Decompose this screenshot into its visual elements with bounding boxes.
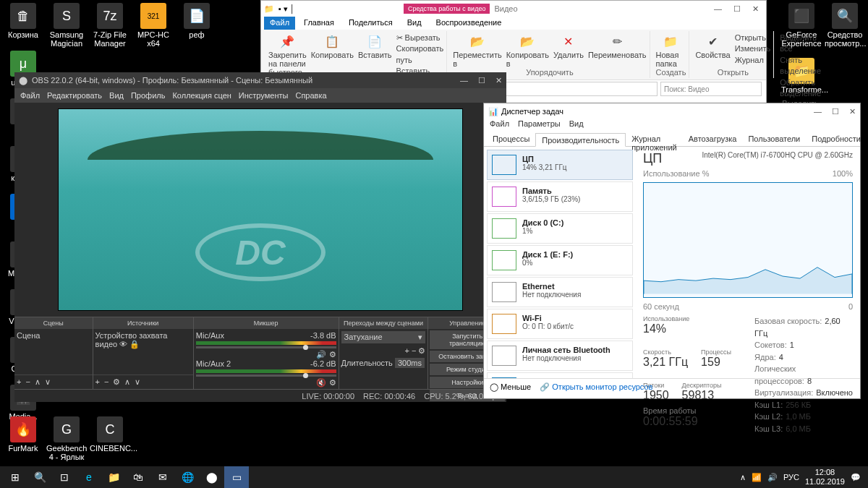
maximize-button[interactable]: ☐ — [733, 4, 741, 14]
tm-side-Личная сеть Bluetooth[interactable]: Личная сеть BluetoothНет подключения — [487, 341, 633, 371]
tab-processes[interactable]: Процессы — [487, 132, 535, 146]
tab-apphistory[interactable]: Журнал приложений — [626, 132, 683, 146]
desktop-icon-cinebench[interactable]: CCINEBENC... — [90, 416, 130, 453]
menu-view[interactable]: Вид — [569, 119, 584, 132]
add-scene-button[interactable]: + — [17, 377, 21, 387]
selectnone-button[interactable]: Снять выделение — [780, 55, 821, 77]
tab-startup[interactable]: Автозагрузка — [683, 132, 743, 146]
transition-select[interactable]: Затухание▾ — [341, 331, 426, 343]
taskbar-edge[interactable]: e — [77, 466, 101, 488]
edit-button[interactable]: Изменить — [735, 43, 771, 54]
obs-titlebar[interactable]: ⬤ OBS 22.0.2 (64-bit, windows) - Профиль… — [14, 72, 506, 88]
gear-icon[interactable]: ⚙ — [329, 378, 336, 387]
tab-share[interactable]: Поделиться — [343, 17, 399, 30]
preview-area[interactable]: DC — [58, 108, 463, 311]
gear-icon[interactable]: ⚙ — [418, 346, 425, 355]
action-center-button[interactable]: 💬 — [851, 473, 861, 482]
menu-file[interactable]: Файл — [20, 91, 40, 100]
tray-clock[interactable]: 12:08 11.02.2019 — [805, 468, 845, 487]
taskbar-explorer[interactable]: 📁 — [101, 466, 126, 488]
speaker-icon[interactable]: 🔊 — [316, 350, 326, 359]
tab-users[interactable]: Пользователи — [742, 132, 806, 146]
tray-network-icon[interactable]: 📶 — [752, 473, 762, 482]
history-button[interactable]: Журнал — [735, 55, 771, 66]
desktop-icon[interactable]: 🔍Средство просмотр... — [825, 3, 865, 48]
tm-side-Ethernet[interactable]: EthernetНет подключения — [487, 277, 633, 307]
maximize-button[interactable]: ☐ — [478, 76, 485, 85]
task-manager-window[interactable]: 📊 Диспетчер задач —☐✕ Файл Параметры Вид… — [483, 103, 861, 399]
tray-up-icon[interactable]: ∧ — [740, 473, 746, 482]
scene-item[interactable]: Сцена — [17, 331, 90, 340]
taskbar-store[interactable]: 🛍 — [126, 466, 150, 488]
tab-home[interactable]: Главная — [298, 17, 340, 30]
tab-view[interactable]: Вид — [401, 17, 427, 30]
moveto-button[interactable]: 📂Переместить в — [453, 33, 501, 68]
tm-side-Память[interactable]: Память3,6/15,9 ГБ (23%) — [487, 181, 633, 212]
taskview-button[interactable]: ⊡ — [52, 466, 77, 488]
menu-help[interactable]: Справка — [295, 91, 326, 100]
scene-up-button[interactable]: ∧ — [35, 377, 41, 387]
copypath-button[interactable]: Скопировать путь — [396, 43, 444, 66]
tm-side-Диск 1 (E: F:)[interactable]: Диск 1 (E: F:)0% — [487, 245, 633, 275]
eye-icon[interactable]: 👁 — [119, 340, 127, 348]
close-button[interactable]: ✕ — [849, 107, 856, 116]
taskbar-mail[interactable]: ✉ — [150, 466, 175, 488]
tm-side-Диск 0 (C:)[interactable]: Диск 0 (C:)1% — [487, 213, 633, 244]
close-button[interactable]: ✕ — [752, 4, 759, 14]
tray-volume-icon[interactable]: 🔊 — [767, 473, 778, 482]
scene-down-button[interactable]: ∨ — [45, 377, 51, 387]
cut-button[interactable]: ✂ Вырезать — [396, 33, 444, 43]
menu-profile[interactable]: Профиль — [131, 91, 166, 100]
resmon-link[interactable]: 🔗 Открыть монитор ресурсов — [540, 382, 652, 392]
obs-window[interactable]: ⬤ OBS 22.0.2 (64-bit, windows) - Профиль… — [14, 72, 506, 398]
copyto-button[interactable]: 📂Копировать в — [506, 33, 549, 68]
desktop-icon-furmark[interactable]: 🔥FurMark — [3, 416, 43, 453]
mixer-slider[interactable] — [196, 374, 336, 377]
maximize-button[interactable]: ☐ — [832, 107, 839, 116]
selectall-button[interactable]: Выделить все — [780, 33, 821, 55]
delete-button[interactable]: ✕Удалить — [553, 33, 584, 68]
gear-icon[interactable]: ⚙ — [329, 350, 336, 359]
menu-view[interactable]: Вид — [109, 91, 124, 100]
fewer-details-button[interactable]: ◯ Меньше — [490, 382, 531, 392]
open-button[interactable]: Открыть — [735, 33, 771, 43]
close-button[interactable]: ✕ — [495, 76, 502, 85]
rename-button[interactable]: ✏Переименовать — [588, 33, 647, 68]
menu-edit[interactable]: Редактировать — [47, 91, 102, 100]
minimize-button[interactable]: — — [814, 107, 822, 116]
taskbar-obs[interactable]: ⬤ — [200, 466, 224, 488]
desktop-icon[interactable]: 7z7-Zip File Manager — [90, 3, 130, 48]
add-source-button[interactable]: + — [95, 377, 100, 387]
desktop-icon-recycle[interactable]: 🗑Корзина — [3, 3, 43, 39]
search-input[interactable]: Поиск: Видео — [660, 82, 762, 96]
menu-file[interactable]: Файл — [490, 119, 509, 132]
lock-icon[interactable]: 🔒 — [129, 340, 140, 348]
tm-side-Wi-Fi[interactable]: Wi-FiО: 0 П: 0 кбит/с — [487, 309, 633, 339]
context-tab[interactable]: Средства работы с видео — [404, 4, 490, 14]
taskbar-app[interactable]: ▭ — [224, 466, 249, 488]
tab-details[interactable]: Подробности — [806, 132, 867, 146]
remove-source-button[interactable]: − — [104, 377, 109, 387]
newfolder-button[interactable]: 📁Новая папка — [656, 33, 686, 68]
remove-scene-button[interactable]: − — [25, 377, 30, 387]
duration-input[interactable]: 300ms — [395, 358, 425, 368]
desktop-icon[interactable]: 📄реф — [176, 3, 217, 39]
desktop-icon-geekbench[interactable]: GGeekbench 4 - Ярлык — [46, 416, 87, 461]
minimize-button[interactable]: — — [714, 4, 722, 14]
minimize-button[interactable]: — — [460, 76, 468, 85]
menu-scenes[interactable]: Коллекция сцен — [172, 91, 231, 100]
tm-side-ЦП[interactable]: ЦП14% 3,21 ГГц — [487, 150, 633, 180]
cpu-graph[interactable] — [643, 182, 853, 298]
menu-options[interactable]: Параметры — [518, 119, 561, 132]
tab-file[interactable]: Файл — [264, 17, 295, 30]
properties-button[interactable]: ✔Свойства — [695, 33, 730, 66]
tray-lang[interactable]: РУС — [783, 473, 799, 481]
gear-icon[interactable]: ⚙ — [113, 377, 120, 387]
tab-playback[interactable]: Воспроизведение — [430, 17, 508, 30]
selectinvert-button[interactable]: Обратить выделение — [780, 77, 821, 100]
taskbar-chrome[interactable]: 🌐 — [175, 466, 200, 488]
tm-titlebar[interactable]: 📊 Диспетчер задач —☐✕ — [484, 103, 860, 119]
desktop-icon[interactable]: 321MPC-HC x64 — [133, 3, 174, 48]
start-button[interactable]: ⊞ — [3, 466, 27, 488]
tab-performance[interactable]: Производительность — [535, 133, 626, 147]
